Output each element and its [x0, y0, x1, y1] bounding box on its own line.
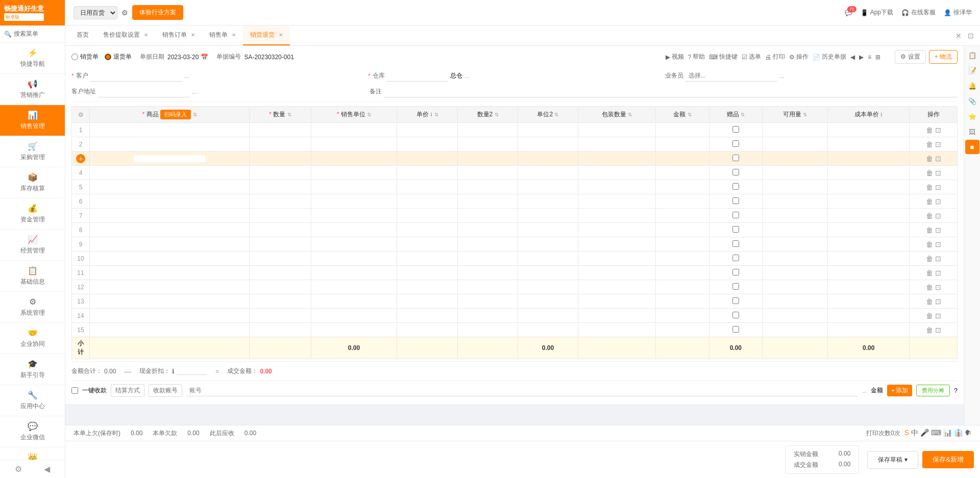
gift-checkbox-5[interactable] [732, 183, 739, 190]
th-available[interactable]: 可用量 ⇅ [763, 107, 828, 123]
delete-row-icon-5[interactable]: 🗑 [926, 183, 933, 191]
salesperson-input[interactable] [685, 70, 777, 82]
sidebar-item-sales[interactable]: 📊 销售管理 [0, 105, 65, 136]
sidebar-item-marketing[interactable]: 📢 营销推广 [0, 74, 65, 105]
calculation-method-btn[interactable]: 结算方式 [111, 384, 144, 397]
online-service[interactable]: 🎧 在线客服 [901, 8, 936, 17]
radio-return[interactable]: 退货单 [105, 53, 132, 61]
th-quantity2[interactable]: 数量2 ⇅ [458, 107, 518, 123]
sidebar-item-inventory[interactable]: 📦 库存核算 [0, 167, 65, 198]
gift-checkbox-14[interactable] [732, 312, 739, 318]
action-help[interactable]: ? 帮助 [688, 53, 705, 61]
tab-sales-order-close[interactable]: ✕ [191, 32, 195, 38]
right-panel-star[interactable]: ⭐ [965, 109, 979, 123]
th-quantity[interactable]: * 数量 ⇅ [250, 107, 311, 123]
action-print[interactable]: 🖨 打印 [765, 53, 785, 61]
copy-row-icon-9[interactable]: ⊡ [935, 240, 941, 248]
right-panel-note[interactable]: 📝 [965, 63, 979, 78]
industry-selector[interactable]: 日用百货 [74, 6, 117, 19]
sidebar-item-guide[interactable]: 🎓 新手引导 [0, 354, 65, 385]
dropdown-arrow-icon[interactable]: ▾ [904, 456, 908, 463]
tab-sales-close[interactable]: ✕ [232, 32, 236, 38]
gift-checkbox-11[interactable] [732, 269, 739, 275]
product-sort-icon[interactable]: ⇅ [193, 112, 197, 117]
action-operate[interactable]: ⚙ 操作 [789, 53, 808, 61]
right-panel-image[interactable]: 🖼 [965, 124, 979, 139]
right-panel-clipboard[interactable]: 📋 [965, 48, 979, 62]
tab-price-extract[interactable]: 售价提取设置 ✕ [96, 26, 155, 45]
delete-row-icon-1[interactable]: 🗑 [926, 126, 933, 134]
account-more[interactable]: ... [862, 387, 867, 394]
sidebar-item-wechat[interactable]: 💬 企业微信 [0, 416, 65, 447]
copy-row-icon-14[interactable]: ⊡ [935, 312, 941, 320]
warehouse-input[interactable] [387, 70, 448, 82]
copy-row-icon-3[interactable]: ⊡ [935, 155, 941, 163]
copy-row-icon-8[interactable]: ⊡ [935, 226, 941, 234]
account-method-btn[interactable]: 收款账号 [149, 384, 182, 397]
message-icon[interactable]: 💬 70 [845, 9, 852, 16]
gift-checkbox-10[interactable] [732, 255, 739, 261]
tab-sales-return[interactable]: 销货退货 ✕ [243, 26, 290, 45]
gift-checkbox-2[interactable] [732, 140, 739, 147]
gift-checkbox-13[interactable] [732, 297, 739, 304]
gift-checkbox-4[interactable] [732, 169, 739, 175]
th-unit-price[interactable]: 单价 ℹ ⇅ [397, 107, 458, 123]
delete-row-icon-6[interactable]: 🗑 [926, 197, 933, 206]
address-more-icon[interactable]: ... [192, 88, 197, 95]
th-gift[interactable]: 赠品 ⇅ [709, 107, 762, 123]
gift-checkbox-9[interactable] [732, 240, 739, 247]
gift-checkbox-12[interactable] [732, 283, 739, 290]
delete-row-icon-10[interactable]: 🗑 [926, 255, 933, 263]
split-button[interactable]: 费用分摊 [916, 385, 950, 396]
copy-row-icon-11[interactable]: ⊡ [935, 269, 941, 277]
topbar-settings-icon[interactable]: ⚙ [121, 9, 128, 17]
copy-row-icon-2[interactable]: ⊡ [935, 140, 941, 148]
action-select[interactable]: ☑ 选单 [742, 53, 761, 61]
th-sales-unit[interactable]: * 销售单位 ⇅ [311, 107, 397, 123]
th-product[interactable]: * 商品 扫码录入 ⇅ [90, 107, 250, 123]
tool-icon1[interactable]: 中 [911, 429, 918, 438]
remark-input[interactable] [384, 86, 958, 97]
nav-next-icon[interactable]: ▶ [859, 54, 864, 61]
delete-row-icon-8[interactable]: 🗑 [926, 226, 933, 234]
action-shortcut[interactable]: ⌨ 快捷键 [709, 53, 738, 61]
sidebar-item-system[interactable]: ⚙ 系统管理 [0, 292, 65, 323]
delete-row-icon-4[interactable]: 🗑 [926, 169, 933, 177]
copy-row-icon-1[interactable]: ⊡ [935, 126, 941, 134]
sidebar-search[interactable]: 🔍 搜索菜单 [0, 26, 65, 43]
right-panel-attach[interactable]: 📎 [965, 94, 979, 108]
gift-checkbox-1[interactable] [732, 126, 739, 133]
delete-row-icon-9[interactable]: 🗑 [926, 240, 933, 248]
add-button[interactable]: + 添加 [887, 385, 912, 396]
setting-button[interactable]: ⚙ 设置 [895, 50, 925, 64]
sidebar-item-member[interactable]: 👑 畅会员 [0, 447, 65, 460]
delete-row-icon-7[interactable]: 🗑 [926, 212, 933, 220]
delete-row-icon-2[interactable]: 🗑 [926, 140, 933, 148]
gift-checkbox-7[interactable] [732, 212, 739, 218]
copy-row-icon-12[interactable]: ⊡ [935, 283, 941, 291]
delete-row-icon-15[interactable]: 🗑 [926, 326, 933, 334]
tab-sales-order[interactable]: 销售订单 ✕ [155, 26, 202, 45]
copy-row-icon-13[interactable]: ⊡ [935, 297, 941, 306]
add-row-button[interactable]: + [76, 154, 85, 163]
delete-row-icon-13[interactable]: 🗑 [926, 297, 933, 306]
user-profile[interactable]: 👤 徐泽华 [944, 8, 972, 17]
delete-row-icon-11[interactable]: 🗑 [926, 269, 933, 277]
calendar-icon[interactable]: 📅 [201, 54, 208, 61]
sidebar-item-finance[interactable]: 💰 资金管理 [0, 198, 65, 230]
settings-bottom-icon[interactable]: ⚙ [15, 464, 22, 474]
tab-sales[interactable]: 销售单 ✕ [202, 26, 243, 45]
delete-row-icon-3[interactable]: 🗑 [926, 155, 933, 163]
view-list-icon[interactable]: ≡ [868, 54, 871, 61]
action-history[interactable]: 📄 历史单据 [813, 53, 846, 61]
tool-icon6[interactable]: 🗣 [965, 429, 972, 438]
tool-icon2[interactable]: 🎤 [920, 429, 929, 438]
sidebar-item-app-center[interactable]: 🔧 应用中心 [0, 385, 65, 416]
copy-row-icon-5[interactable]: ⊡ [935, 183, 941, 191]
discount-input[interactable] [177, 367, 207, 375]
th-gear[interactable]: ⚙ [72, 107, 90, 123]
sidebar-item-purchase[interactable]: 🛒 采购管理 [0, 136, 65, 167]
tool-icon3[interactable]: ⌨ [931, 429, 941, 438]
product-input-3[interactable] [134, 155, 205, 162]
tab-price-extract-close[interactable]: ✕ [144, 32, 148, 38]
